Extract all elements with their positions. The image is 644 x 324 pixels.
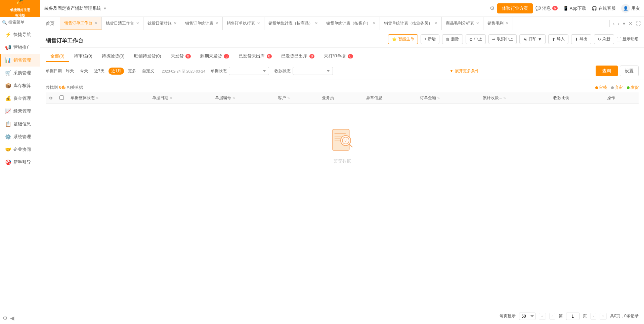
header-actions: ⭐ 智能生单 + 新增 🗑 删除 ⊘ 中止 ↩ 取消中止 bbox=[388, 34, 639, 47]
page-first-btn[interactable]: « bbox=[539, 313, 546, 320]
date-option-yesterday[interactable]: 昨天 bbox=[64, 68, 76, 75]
date-option-today[interactable]: 今天 bbox=[78, 68, 90, 75]
show-detail-checkbox-label[interactable]: 显示明细 bbox=[617, 36, 639, 42]
sidebar-item-search[interactable]: 🔍 搜索菜单 bbox=[0, 17, 40, 28]
sort-payment-icon[interactable]: ⇅ bbox=[503, 96, 506, 100]
sidebar-item-enterprise[interactable]: 🤝 企业协同 bbox=[0, 143, 40, 156]
tab-close-all-icon[interactable]: ✕ bbox=[627, 20, 634, 27]
topbar-gear-icon[interactable]: ⚙ bbox=[490, 5, 495, 11]
sidebar-item-operations[interactable]: 📈 经营管理 bbox=[0, 105, 40, 118]
tab-expand-icon[interactable]: ⛶ bbox=[635, 20, 642, 27]
status-select[interactable] bbox=[229, 67, 269, 75]
page-prev-btn[interactable]: ‹ bbox=[549, 313, 555, 320]
tab-sales-stats[interactable]: 销售订单统计表 ✕ bbox=[181, 17, 223, 30]
sub-tab-all[interactable]: 全部(0) bbox=[46, 51, 69, 62]
sidebar-item-system[interactable]: ⚙️ 系统管理 bbox=[0, 130, 40, 143]
stop-btn[interactable]: ⊘ 中止 bbox=[466, 34, 486, 44]
tab-more-icon[interactable]: ▾ bbox=[621, 20, 627, 27]
date-option-custom[interactable]: 自定义 bbox=[140, 68, 156, 75]
review-action-btn[interactable]: 审核 bbox=[595, 85, 607, 90]
sub-tab-not-printed[interactable]: 未打印单据 0 bbox=[319, 51, 357, 62]
sidebar-item-sales[interactable]: 📊 销售管理 bbox=[0, 54, 40, 67]
sort-date-icon[interactable]: ⇅ bbox=[170, 96, 172, 100]
filter-setting-btn[interactable]: 设置 bbox=[620, 66, 639, 76]
sub-tab-not-shipped[interactable]: 未发货 0 bbox=[166, 51, 196, 62]
sub-tab-shipped-stored[interactable]: 已发货已出库 0 bbox=[276, 51, 319, 62]
sort-amount-icon[interactable]: ⇅ bbox=[437, 96, 440, 100]
tab-scroll-right[interactable]: › bbox=[616, 20, 621, 27]
collapse-icon[interactable]: ◀ bbox=[10, 315, 14, 321]
tab-sales-stat-product-close[interactable]: ✕ bbox=[315, 21, 318, 26]
tab-gross-profit-close[interactable]: ✕ bbox=[476, 21, 479, 26]
page-number-input[interactable] bbox=[566, 313, 579, 320]
col-settings-icon[interactable]: ⚙ bbox=[49, 96, 53, 100]
system-dropdown-icon[interactable]: ▼ bbox=[103, 6, 107, 10]
phone-icon: 📱 bbox=[563, 6, 568, 11]
expand-more-btn[interactable]: ▼ 展开更多条件 bbox=[449, 68, 479, 74]
import-btn[interactable]: ⬆ 导入 bbox=[548, 34, 568, 44]
smart-create-btn[interactable]: ⭐ 智能生单 bbox=[388, 34, 418, 44]
sidebar-item-guide[interactable]: 🎯 新手引导 bbox=[0, 156, 40, 169]
tab-cash-reconcile-close[interactable]: ✕ bbox=[174, 21, 177, 26]
user-profile-action[interactable]: 👤 用友 bbox=[621, 4, 640, 13]
tab-sales-workbench[interactable]: 销售订单工作台 ✕ bbox=[60, 17, 102, 30]
tab-sales-exec[interactable]: 销售订单执行表 ✕ bbox=[223, 17, 264, 30]
payment-select[interactable] bbox=[293, 67, 333, 75]
date-option-last1month[interactable]: 近1月 bbox=[109, 68, 124, 75]
tab-home[interactable]: 首页 bbox=[40, 17, 60, 30]
sort-number-icon[interactable]: ⇅ bbox=[232, 96, 235, 100]
sub-tab-wangpu[interactable]: 旺铺待发货(0) bbox=[129, 51, 166, 62]
online-service-action[interactable]: 🎧 在线客服 bbox=[592, 5, 616, 11]
app-download-action[interactable]: 📱 App下载 bbox=[563, 5, 586, 11]
review-label: 审核 bbox=[599, 85, 607, 90]
message-action[interactable]: 💬 消息 6 bbox=[535, 5, 558, 11]
new-btn[interactable]: + 新增 bbox=[421, 34, 439, 44]
tab-sales-exec-close[interactable]: ✕ bbox=[257, 21, 260, 26]
sort-status-icon[interactable]: ⇅ bbox=[96, 96, 98, 100]
industry-btn[interactable]: 体验行业方案 bbox=[497, 3, 533, 13]
void-action-btn[interactable]: 弃审 bbox=[611, 85, 623, 90]
sidebar-item-quick-nav[interactable]: ⚡ 快捷导航 bbox=[0, 28, 40, 41]
tab-sales-stat-customer[interactable]: 销货单统计表（按客户） ✕ bbox=[322, 17, 380, 30]
tab-sales-stat-staff[interactable]: 销货单统计表（按业务员） ✕ bbox=[380, 17, 442, 30]
export-btn[interactable]: ⬇ 导出 bbox=[571, 34, 591, 44]
sub-tab-overdue[interactable]: 到期未发货 0 bbox=[196, 51, 234, 62]
tab-sales-stat-staff-close[interactable]: ✕ bbox=[434, 21, 437, 26]
tab-sales-gross[interactable]: 销售毛利 ✕ bbox=[483, 17, 513, 30]
settings-icon[interactable]: ⚙ bbox=[3, 315, 7, 321]
sidebar-item-finance[interactable]: 💰 资金管理 bbox=[0, 92, 40, 105]
refresh-btn[interactable]: ↻ 刷新 bbox=[594, 34, 614, 44]
tab-sales-stat-customer-close[interactable]: ✕ bbox=[373, 21, 376, 26]
delete-btn[interactable]: 🗑 删除 bbox=[442, 34, 463, 44]
tab-daily-cash-close[interactable]: ✕ bbox=[136, 21, 139, 26]
sidebar-item-base-info[interactable]: 📋 基础信息 bbox=[0, 118, 40, 130]
query-btn[interactable]: 查询 bbox=[596, 66, 618, 76]
tab-sales-stat-product[interactable]: 销货单统计表（按商品） ✕ bbox=[264, 17, 322, 30]
cancel-stop-btn[interactable]: ↩ 取消中止 bbox=[488, 34, 517, 44]
filter-row-1: 单据日期 昨天 今天 近7天 近1月 更多 自定义 2023-02-24 至 2… bbox=[46, 66, 639, 76]
sub-tab-shipped-not-stored[interactable]: 已发货未出库 0 bbox=[234, 51, 276, 62]
sidebar-item-purchase[interactable]: 🛒 采购管理 bbox=[0, 67, 40, 79]
tab-sales-workbench-close[interactable]: ✕ bbox=[94, 21, 97, 25]
page-next-btn[interactable]: › bbox=[590, 313, 596, 320]
tab-scroll-left[interactable]: ‹ bbox=[612, 20, 616, 27]
show-detail-checkbox[interactable] bbox=[617, 37, 621, 41]
sort-customer-icon[interactable]: ⇅ bbox=[287, 96, 290, 100]
date-option-last7[interactable]: 近7天 bbox=[92, 68, 106, 75]
date-option-more[interactable]: 更多 bbox=[126, 68, 138, 75]
sidebar-item-inventory[interactable]: 📦 库存核算 bbox=[0, 79, 40, 92]
sub-tab-pending-check[interactable]: 待拣验货(0) bbox=[97, 51, 129, 62]
tab-cash-reconcile[interactable]: 钱货日清对账 ✕ bbox=[143, 17, 181, 30]
tab-sales-gross-close[interactable]: ✕ bbox=[506, 21, 509, 26]
shipped-stored-badge: 0 bbox=[309, 54, 315, 58]
per-page-select[interactable]: 50 10 20 100 bbox=[519, 313, 535, 320]
tab-sales-stats-close[interactable]: ✕ bbox=[215, 21, 218, 26]
page-last-btn[interactable]: » bbox=[600, 313, 607, 320]
tab-gross-profit[interactable]: 商品毛利分析表 ✕ bbox=[442, 17, 483, 30]
ship-action-btn[interactable]: 发货 bbox=[627, 85, 639, 90]
print-btn[interactable]: 🖨 打印 ▼ bbox=[519, 34, 546, 44]
tab-daily-cash[interactable]: 钱货日清工作台 ✕ bbox=[102, 17, 143, 30]
sidebar-item-marketing[interactable]: 📢 营销推广 bbox=[0, 41, 40, 54]
sub-tab-pending-review[interactable]: 待审核(0) bbox=[69, 51, 97, 62]
select-all-checkbox[interactable] bbox=[59, 95, 64, 100]
